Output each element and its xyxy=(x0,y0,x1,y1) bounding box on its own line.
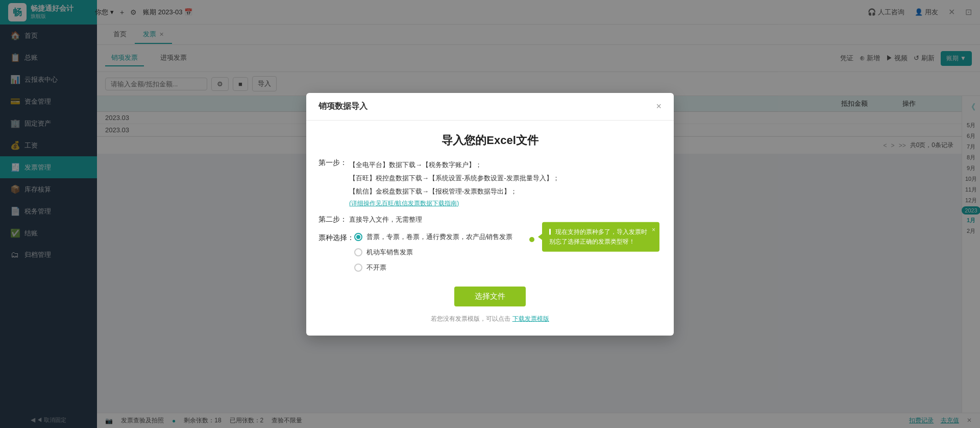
modal-header: 销项数据导入 × xyxy=(306,93,674,121)
modal-footer: 若您没有发票模版，可以点击 下载发票模版 xyxy=(318,315,662,323)
tooltip-close-btn[interactable]: × xyxy=(652,225,655,234)
step1-line2: 【百旺】税控盘数据下载→【系统设置-系统参数设置-发票批量导入】； xyxy=(349,172,559,185)
import-modal: 销项数据导入 × 导入您的Excel文件 第一步： 【全电平台】数据下载→【税务… xyxy=(306,93,674,336)
radio-group: 普票，专票，卷票，通行费发票，农产品销售发票 现在支持的票种多了，导入发票时别忘… xyxy=(354,232,527,272)
connector-dot xyxy=(529,237,534,242)
step1-content-row: 第一步： 【全电平台】数据下载→【税务数字账户】； 【百旺】税控盘数据下载→【系… xyxy=(318,158,662,208)
step1-row: 第一步： 【全电平台】数据下载→【税务数字账户】； 【百旺】税控盘数据下载→【系… xyxy=(318,158,662,208)
radio-2-label: 机动车销售发票 xyxy=(366,248,413,257)
step1-guide-link[interactable]: (详细操作见百旺/航信发票数据下载指南) xyxy=(349,200,459,207)
radio-2-circle[interactable] xyxy=(354,248,362,256)
download-template-link[interactable]: 下载发票模版 xyxy=(512,315,549,322)
modal-body: 导入您的Excel文件 第一步： 【全电平台】数据下载→【税务数字账户】； 【百… xyxy=(306,121,674,336)
ticket-tooltip: 现在支持的票种多了，导入发票时别忘了选择正确的发票类型呀！ × xyxy=(542,222,659,251)
step1-line3: 【航信】金税盘数据下载→【报税管理-发票数据导出】； xyxy=(349,185,559,198)
select-file-button[interactable]: 选择文件 xyxy=(454,287,526,306)
radio-1-inner: 普票，专票，卷票，通行费发票，农产品销售发票 xyxy=(354,232,527,242)
step2-content: 直接导入文件，无需整理 xyxy=(349,215,422,224)
footer-text: 若您没有发票模版，可以点击 xyxy=(431,315,510,322)
radio-row-3: 不开票 xyxy=(354,263,527,272)
ticket-selection: 票种选择： 普票，专票，卷票，通行费发票，农产品销售发票 xyxy=(318,232,662,272)
step1-link-row: (详细操作见百旺/航信发票数据下载指南) xyxy=(349,199,559,208)
ticket-label: 票种选择： xyxy=(318,232,354,272)
step1-label: 第一步： xyxy=(318,158,349,208)
step1-line1: 【全电平台】数据下载→【税务数字账户】； xyxy=(349,158,559,172)
radio-3-circle[interactable] xyxy=(354,264,362,272)
select-file-area: 选择文件 xyxy=(318,287,662,306)
modal-close-btn[interactable]: × xyxy=(656,101,662,112)
radio-row-2: 机动车销售发票 xyxy=(354,248,527,257)
modal-overlay: 销项数据导入 × 导入您的Excel文件 第一步： 【全电平台】数据下载→【税务… xyxy=(0,0,980,428)
radio-1-circle[interactable] xyxy=(354,233,362,241)
modal-big-title: 导入您的Excel文件 xyxy=(318,133,662,148)
radio-1-label: 普票，专票，卷票，通行费发票，农产品销售发票 xyxy=(366,232,512,242)
modal-title: 销项数据导入 xyxy=(318,101,368,112)
tooltip-bar xyxy=(549,229,551,235)
tooltip-text: 现在支持的票种多了，导入发票时别忘了选择正确的发票类型呀！ xyxy=(549,228,647,245)
step2-label: 第二步： xyxy=(318,215,349,224)
radio-3-label: 不开票 xyxy=(366,263,386,272)
step1-lines: 【全电平台】数据下载→【税务数字账户】； 【百旺】税控盘数据下载→【系统设置-系… xyxy=(349,158,559,208)
radio-row-1: 普票，专票，卷票，通行费发票，农产品销售发票 现在支持的票种多了，导入发票时别忘… xyxy=(354,232,527,242)
